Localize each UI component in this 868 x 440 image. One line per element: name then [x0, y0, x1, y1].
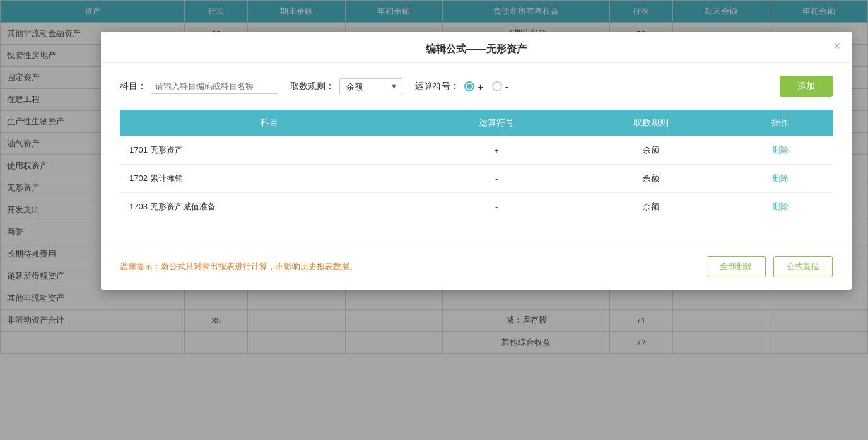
rule-group: 取数规则： 余额 借方 贷方 借方发生额 贷方发生额 ▼	[290, 78, 402, 95]
form-row: 科目： 取数规则： 余额 借方 贷方 借方发生额 贷方发生额 ▼ 运算	[120, 76, 833, 97]
formula-operator-2: -	[419, 165, 574, 193]
modal-footer: 温馨提示：新公式只对未出报表进行计算，不影响历史报表数据。 全部删除 公式复位	[101, 246, 852, 290]
radio-plus-dot	[467, 84, 472, 89]
formula-operator-1: +	[419, 136, 574, 165]
modal-dialog: 编辑公式——无形资产 × 科目： 取数规则： 余额 借方 贷方 借方发生额 贷方…	[101, 32, 852, 290]
th-rule: 取数规则	[574, 110, 729, 136]
formula-rule-3: 余额	[574, 193, 729, 221]
radio-plus[interactable]: +	[464, 81, 483, 92]
formula-operator-3: -	[419, 193, 574, 221]
th-action: 操作	[729, 110, 833, 136]
operator-label: 运算符号：	[415, 81, 459, 92]
modal-title: 编辑公式——无形资产	[426, 43, 527, 54]
hint-text: 温馨提示：新公式只对未出报表进行计算，不影响历史报表数据。	[120, 261, 358, 272]
delete-button-2[interactable]: 删除	[772, 173, 789, 183]
th-subject: 科目	[120, 110, 419, 136]
th-operator: 运算符号	[419, 110, 574, 136]
radio-minus-circle[interactable]	[492, 81, 502, 91]
add-button[interactable]: 添加	[780, 76, 833, 97]
radio-minus-label: -	[505, 81, 508, 92]
formula-row-2: 1702 累计摊销 - 余额 删除	[120, 165, 833, 193]
footer-buttons: 全部删除 公式复位	[707, 256, 833, 277]
formula-action-1: 删除	[729, 136, 833, 165]
formula-action-2: 删除	[729, 165, 833, 193]
operator-group: 运算符号： + -	[415, 81, 508, 92]
formula-table: 科目 运算符号 取数规则 操作 1701 无形资产 + 余额 删除 1702 累…	[120, 110, 833, 221]
formula-subject-1: 1701 无形资产	[120, 136, 419, 165]
formula-rule-2: 余额	[574, 165, 729, 193]
formula-row-3: 1703 无形资产减值准备 - 余额 删除	[120, 193, 833, 221]
modal-body: 科目： 取数规则： 余额 借方 贷方 借方发生额 贷方发生额 ▼ 运算	[101, 63, 852, 246]
radio-plus-circle[interactable]	[464, 81, 474, 91]
formula-rule-1: 余额	[574, 136, 729, 165]
formula-subject-3: 1703 无形资产减值准备	[120, 193, 419, 221]
delete-button-1[interactable]: 删除	[772, 145, 789, 154]
rule-select-wrapper: 余额 借方 贷方 借方发生额 贷方发生额 ▼	[339, 78, 402, 95]
rule-select[interactable]: 余额 借方 贷方 借方发生额 贷方发生额	[339, 78, 402, 95]
formula-action-3: 删除	[729, 193, 833, 221]
modal-header: 编辑公式——无形资产 ×	[101, 32, 852, 63]
delete-all-button[interactable]: 全部删除	[707, 256, 766, 277]
formula-row-1: 1701 无形资产 + 余额 删除	[120, 136, 833, 165]
rule-label: 取数规则：	[290, 81, 334, 92]
reset-formula-button[interactable]: 公式复位	[773, 256, 833, 277]
radio-plus-label: +	[478, 81, 483, 92]
subject-group: 科目：	[120, 79, 278, 94]
subject-label: 科目：	[120, 81, 146, 92]
formula-subject-2: 1702 累计摊销	[120, 165, 419, 193]
operator-radio-group: + -	[464, 81, 508, 92]
delete-button-3[interactable]: 删除	[772, 202, 789, 211]
subject-input[interactable]	[151, 79, 278, 94]
modal-close-button[interactable]: ×	[833, 40, 840, 52]
radio-minus[interactable]: -	[492, 81, 508, 92]
